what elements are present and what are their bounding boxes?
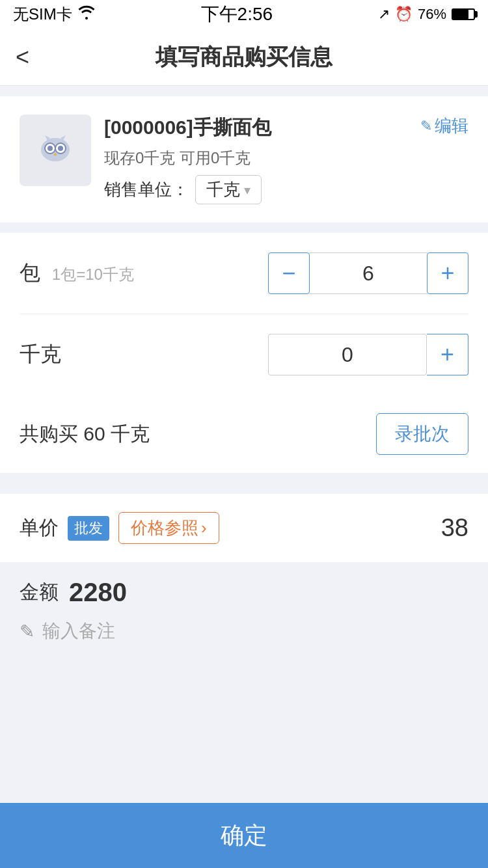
price-row: 单价 批发 价格参照 › 38 [20,512,468,544]
unit-value: 千克 [206,178,240,201]
nav-bar: < 填写商品购买信息 [0,29,488,86]
price-label-area: 单价 批发 价格参照 › [20,512,219,544]
product-stock: 现存0千克 可用0千克 [104,148,407,169]
price-label: 单价 [20,515,59,541]
package-label-area: 包 1包=10千克 [20,259,134,288]
product-actions: ✎ 编辑 [420,115,468,137]
price-tag: 批发 [68,516,109,541]
kilogram-label: 千克 [20,342,61,366]
product-name: [0000006]手撕面包 [104,115,407,141]
package-row: 包 1包=10千克 − + [20,233,468,314]
remark-icon: ✎ [20,621,34,642]
divider-2 [0,473,488,483]
remark-row[interactable]: ✎ 输入备注 [20,619,468,657]
kilogram-qty-control: + [268,334,468,375]
divider-1 [0,223,488,233]
unit-dropdown-icon: ▾ [244,182,251,198]
price-ref-arrow: › [201,518,207,538]
package-label: 包 [20,261,40,284]
status-bar: 无SIM卡 下午2:56 ↗ ⏰ 76% [0,0,488,29]
remark-placeholder: 输入备注 [42,619,115,644]
carrier-text: 无SIM卡 [13,4,72,25]
package-hint: 1包=10千克 [52,265,134,283]
product-owl-logo [36,131,75,170]
status-carrier: 无SIM卡 [13,4,96,25]
edit-button[interactable]: ✎ 编辑 [420,115,468,137]
package-qty-control: − + [268,252,468,294]
svg-point-4 [58,146,63,151]
amount-value: 2280 [69,578,127,607]
status-indicators: ↗ ⏰ 76% [378,6,475,23]
amount-label: 金额 [20,579,59,606]
status-time: 下午2:56 [201,2,273,27]
page-title: 填写商品购买信息 [156,42,332,72]
battery-icon [452,8,475,20]
amount-section: 金额 2280 ✎ 输入备注 [0,562,488,657]
batch-button[interactable]: 录批次 [376,413,468,455]
price-section: 单价 批发 价格参照 › 38 [0,494,488,562]
amount-row: 金额 2280 [20,578,468,607]
confirm-bar[interactable]: 确定 [0,803,488,868]
product-card: [0000006]手撕面包 现存0千克 可用0千克 销售单位： 千克 ▾ ✎ 编… [0,96,488,223]
alarm-icon: ⏰ [395,6,413,23]
package-minus-button[interactable]: − [268,252,310,294]
kilogram-plus-button[interactable]: + [427,334,468,375]
summary-text: 共购买 60 千克 [20,421,150,448]
svg-point-3 [47,146,53,151]
edit-icon: ✎ [420,118,432,135]
location-icon: ↗ [378,6,390,23]
product-thumbnail [20,115,91,186]
battery-percent: 76% [418,6,446,23]
product-unit-row: 销售单位： 千克 ▾ [104,175,407,204]
unit-selector[interactable]: 千克 ▾ [195,175,262,204]
summary-section: 共购买 60 千克 录批次 [0,395,488,473]
edit-label: 编辑 [435,115,468,137]
confirm-label: 确定 [221,820,267,852]
back-button[interactable]: < [16,44,29,71]
price-ref-button[interactable]: 价格参照 › [118,512,219,544]
unit-label: 销售单位： [104,178,189,201]
kilogram-label-area: 千克 [20,340,61,369]
product-info: [0000006]手撕面包 现存0千克 可用0千克 销售单位： 千克 ▾ [104,115,407,204]
input-section: 包 1包=10千克 − + 千克 + [0,233,488,395]
wifi-icon [77,5,96,23]
price-ref-label: 价格参照 [131,517,198,539]
price-value: 38 [441,514,468,542]
kilogram-qty-input[interactable] [268,334,427,375]
kilogram-row: 千克 + [20,314,468,395]
package-plus-button[interactable]: + [427,252,468,294]
package-qty-input[interactable] [310,252,427,294]
